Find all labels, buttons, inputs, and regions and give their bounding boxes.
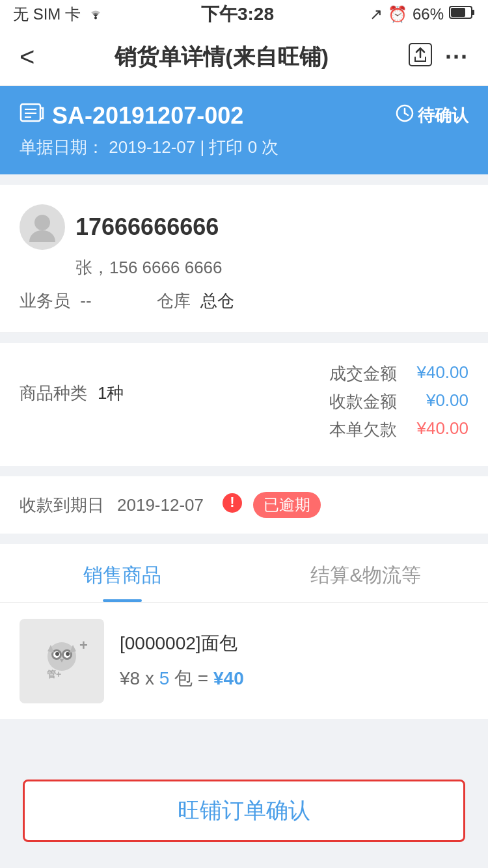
product-thumbnail: + 管+	[20, 619, 104, 703]
nav-left: <	[20, 42, 34, 72]
nav-right: ···	[409, 43, 468, 71]
warehouse-value: 总仓	[200, 291, 234, 310]
salesperson-label: 业务员 --	[20, 290, 92, 312]
qty-value: 5	[159, 668, 170, 688]
product-name: [0000002]面包	[120, 631, 244, 656]
summary-left: 商品种类 1种	[20, 362, 124, 405]
no-sim-text: 无 SIM 卡	[13, 4, 81, 25]
equals-sign: =	[198, 668, 213, 688]
svg-point-0	[94, 17, 97, 20]
svg-line-11	[405, 113, 408, 115]
svg-text:+: +	[79, 638, 88, 653]
customer-name: 张，156 6666 6666	[20, 256, 468, 279]
order-date: 2019-12-07	[109, 137, 195, 157]
status-tag: 待确认	[396, 104, 468, 127]
back-button[interactable]: <	[20, 42, 34, 72]
due-date-value: 2019-12-07	[117, 495, 204, 515]
received-label: 收款金额	[329, 390, 397, 413]
svg-text:!: !	[230, 494, 234, 510]
overdue-badge: 已逾期	[253, 492, 321, 518]
customer-meta: 业务员 -- 仓库 总仓	[20, 290, 468, 312]
order-id-left: SA-20191207-002	[20, 102, 243, 129]
due-value: ¥40.00	[416, 418, 468, 441]
price-label: ¥8	[120, 668, 140, 688]
confirm-button[interactable]: 旺铺订单确认	[23, 780, 465, 842]
nav-bar: < 销货单详情(来自旺铺) ···	[0, 29, 488, 86]
warning-icon: !	[222, 493, 243, 518]
tab-settlement-label: 结算&物流等	[310, 564, 421, 586]
separator: |	[200, 137, 209, 157]
tab-products-label: 销售商品	[83, 564, 161, 586]
status-time: 下午3:28	[201, 2, 274, 27]
summary-right: 成交金额 ¥40.00 收款金额 ¥0.00 本单欠款 ¥40.00	[329, 362, 468, 446]
multiply-sign: x	[145, 668, 159, 688]
more-icon[interactable]: ···	[445, 44, 468, 71]
category-label: 商品种类	[20, 382, 87, 405]
battery-text: 66%	[413, 5, 444, 23]
warehouse-label: 仓库 总仓	[157, 290, 234, 312]
svg-rect-3	[451, 8, 465, 17]
price-row: ¥8 x 5 包 = ¥40	[120, 666, 244, 691]
order-id-row: SA-20191207-002 待确认	[20, 102, 468, 129]
order-icon	[20, 102, 44, 129]
tabs: 销售商品 结算&物流等	[0, 544, 488, 603]
confirm-button-container: 旺铺订单确认	[23, 780, 465, 842]
product-code: [0000002]	[120, 633, 201, 653]
summary-section: 商品种类 1种 成交金额 ¥40.00 收款金额 ¥0.00 本单欠款 ¥40.…	[0, 343, 488, 466]
order-number: SA-20191207-002	[52, 102, 243, 129]
alarm-icon: ⏰	[388, 5, 407, 23]
due-row: 本单欠款 ¥40.00	[329, 418, 468, 441]
product-name-text: 面包	[201, 633, 237, 653]
svg-point-12	[34, 215, 50, 230]
battery-icon	[449, 5, 475, 23]
share-icon[interactable]	[409, 43, 432, 71]
product-info: [0000002]面包 ¥8 x 5 包 = ¥40	[120, 631, 244, 691]
svg-rect-2	[472, 10, 474, 15]
product-section: + 管+ [0000002]面包 ¥8 x 5 包 = ¥40	[0, 603, 488, 719]
wifi-icon	[86, 5, 105, 23]
received-row: 收款金额 ¥0.00	[329, 390, 468, 413]
overdue-label: 已逾期	[264, 495, 310, 515]
svg-text:管+: 管+	[47, 669, 61, 679]
status-right: ↗ ⏰ 66%	[370, 5, 475, 23]
location-icon: ↗	[370, 5, 383, 23]
amount-label: 成交金额	[329, 362, 397, 385]
customer-row: 17666666666	[20, 204, 468, 250]
salesperson-value: --	[80, 291, 91, 310]
product-item: + 管+ [0000002]面包 ¥8 x 5 包 = ¥40	[20, 619, 468, 703]
due-label: 本单欠款	[329, 418, 397, 441]
clock-icon	[396, 104, 414, 127]
total-value: ¥40	[213, 668, 244, 688]
print-count: 打印 0 次	[209, 137, 278, 157]
status-left: 无 SIM 卡	[13, 4, 105, 25]
avatar	[20, 204, 65, 250]
unit-label: 包	[174, 668, 193, 688]
category-row: 商品种类 1种	[20, 382, 124, 405]
amount-value: ¥40.00	[416, 362, 468, 385]
tab-products[interactable]: 销售商品	[0, 544, 244, 602]
order-status: 待确认	[418, 104, 468, 127]
status-bar: 无 SIM 卡 下午3:28 ↗ ⏰ 66%	[0, 0, 488, 29]
header-banner: SA-20191207-002 待确认 单据日期： 2019-12-07 | 打…	[0, 86, 488, 174]
customer-section: 17666666666 张，156 6666 6666 业务员 -- 仓库 总仓	[0, 185, 488, 332]
order-date-row: 单据日期： 2019-12-07 | 打印 0 次	[20, 136, 468, 159]
amount-row: 成交金额 ¥40.00	[329, 362, 468, 385]
customer-phone: 17666666666	[75, 213, 219, 241]
category-value: 1种	[98, 382, 124, 405]
tab-settlement[interactable]: 结算&物流等	[244, 544, 488, 602]
due-date-label: 收款到期日	[20, 494, 104, 517]
received-value: ¥0.00	[426, 390, 468, 413]
date-label: 单据日期：	[20, 137, 104, 157]
svg-point-21	[66, 652, 70, 656]
page-title: 销货单详情(来自旺铺)	[115, 42, 329, 72]
svg-point-20	[55, 652, 59, 656]
due-section: 收款到期日 2019-12-07 ! 已逾期	[0, 476, 488, 534]
